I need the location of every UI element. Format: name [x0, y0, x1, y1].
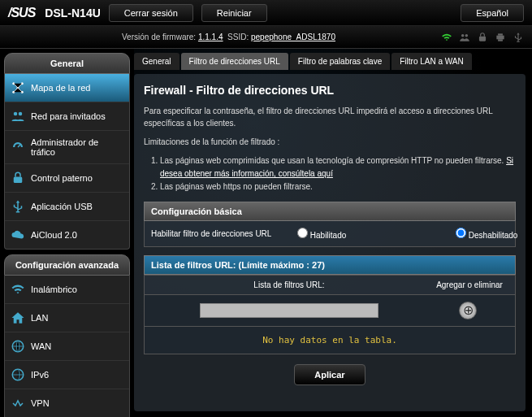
- sidebar-item-wireless[interactable]: Inalámbrico: [5, 276, 129, 304]
- radio-disabled[interactable]: Deshabilitado: [456, 228, 526, 240]
- lock-icon[interactable]: [477, 32, 488, 43]
- wifi-icon: [10, 282, 26, 297]
- cloud-icon: [10, 228, 26, 242]
- col-action-header: Agregar o eliminar: [429, 280, 510, 289]
- usb-icon: [10, 199, 26, 214]
- svg-rect-13: [14, 177, 23, 184]
- sidebar-label: Mapa de la red: [31, 83, 90, 93]
- radio-enabled[interactable]: Habilitado: [297, 228, 443, 240]
- sidebar-label: AiCloud 2.0: [31, 230, 77, 240]
- home-icon: [10, 311, 26, 325]
- ssid-label: SSID:: [227, 33, 249, 41]
- info-bar: Versión de firmware: 1.1.1.4 SSID: pepep…: [0, 26, 532, 49]
- sidebar-label: Administrador de tráfico: [31, 137, 124, 157]
- sidebar-label: Red para invitados: [31, 111, 106, 121]
- page-title: Firewall - Filtro de direcciones URL: [144, 84, 516, 97]
- page-desc: Para especificar la contraseña, el filtr…: [144, 105, 516, 129]
- printer-icon[interactable]: [495, 32, 506, 43]
- svg-point-12: [19, 112, 23, 116]
- svg-point-1: [465, 33, 469, 37]
- limit-item-1: Las páginas web comprimidas que usan la …: [160, 154, 516, 180]
- model-name: DSL-N14U: [45, 7, 100, 20]
- sidebar-item-guest-network[interactable]: Red para invitados: [5, 102, 129, 131]
- sidebar-item-parental-control[interactable]: Control paterno: [5, 164, 129, 193]
- guest-icon: [10, 109, 26, 124]
- top-bar: /SUS DSL-N14U Cerrar sesión Reiniciar Es…: [0, 0, 532, 26]
- tab-lan-wan-filter[interactable]: Filtro LAN a WAN: [391, 53, 472, 70]
- limits-title: Limitaciones de la función de filtrado :: [144, 136, 516, 148]
- sidebar-general-header: General: [4, 53, 130, 74]
- svg-point-0: [461, 33, 465, 37]
- svg-rect-5: [498, 39, 503, 41]
- reboot-button[interactable]: Reiniciar: [201, 4, 267, 22]
- svg-rect-2: [479, 36, 486, 41]
- sidebar-item-wan[interactable]: WAN: [5, 332, 129, 361]
- network-map-icon: [10, 80, 26, 95]
- svg-point-11: [14, 112, 18, 116]
- sidebar-label: Aplicación USB: [31, 202, 93, 211]
- tab-general[interactable]: General: [134, 53, 179, 70]
- sidebar-item-lan[interactable]: LAN: [5, 304, 129, 332]
- basic-config-header: Configuración básica: [144, 202, 516, 221]
- sidebar-label: IPv6: [31, 370, 49, 380]
- language-select[interactable]: Español: [461, 4, 524, 22]
- lock-icon: [10, 171, 26, 185]
- gauge-icon: [10, 140, 26, 154]
- sidebar-item-usb-app[interactable]: Aplicación USB: [5, 193, 129, 221]
- tab-keyword-filter[interactable]: Filtro de palabras clave: [290, 53, 390, 70]
- enable-filter-label: Habilitar filtro de direcciones URL: [151, 229, 297, 238]
- globe-icon: [10, 367, 26, 382]
- globe-icon: [10, 339, 26, 354]
- wifi-status-icon[interactable]: [441, 32, 452, 43]
- vpn-icon: [10, 396, 26, 410]
- users-icon[interactable]: [459, 32, 470, 43]
- sidebar: General Mapa de la red Red para invitado…: [0, 49, 134, 417]
- url-list-header: Lista de filtros URL: (Límite máximo : 2…: [144, 255, 516, 275]
- sidebar-label: WAN: [31, 341, 51, 351]
- sidebar-item-network-map[interactable]: Mapa de la red: [5, 74, 129, 102]
- apply-button[interactable]: Aplicar: [294, 364, 365, 385]
- logout-button[interactable]: Cerrar sesión: [109, 4, 193, 22]
- brand-logo: /SUS: [8, 6, 35, 20]
- radio-enabled-input[interactable]: [297, 228, 308, 238]
- sidebar-label: VPN: [31, 398, 50, 408]
- firmware-version-link[interactable]: 1.1.1.4: [198, 33, 223, 41]
- sidebar-item-vpn[interactable]: VPN: [5, 389, 129, 417]
- sidebar-item-traffic-manager[interactable]: Administrador de tráfico: [5, 131, 129, 164]
- sidebar-advanced-header: Configuración avanzada: [4, 254, 130, 276]
- sidebar-label: Control paterno: [31, 173, 93, 183]
- ssid-link[interactable]: pepephone_ADSL1870: [251, 33, 335, 41]
- tab-url-filter[interactable]: Filtro de direcciones URL: [181, 53, 288, 70]
- svg-rect-4: [498, 33, 503, 35]
- main-panel: Firewall - Filtro de direcciones URL Par…: [134, 74, 526, 411]
- add-button[interactable]: ⊕: [459, 302, 477, 319]
- sidebar-label: Inalámbrico: [31, 285, 77, 294]
- usb-icon[interactable]: [513, 32, 524, 43]
- sidebar-item-aicloud[interactable]: AiCloud 2.0: [5, 221, 129, 249]
- no-data-message: No hay datos en la tabla.: [144, 327, 516, 354]
- col-url-header: Lista de filtros URL:: [149, 280, 429, 289]
- tab-bar: General Filtro de direcciones URL Filtro…: [134, 53, 526, 70]
- limit-item-2: Las páginas web https no pueden filtrars…: [160, 180, 516, 193]
- url-input[interactable]: [200, 303, 378, 318]
- firmware-label: Versión de firmware:: [122, 33, 196, 41]
- sidebar-item-ipv6[interactable]: IPv6: [5, 361, 129, 389]
- svg-rect-3: [496, 35, 504, 39]
- radio-disabled-input[interactable]: [456, 228, 466, 238]
- sidebar-label: LAN: [31, 313, 48, 323]
